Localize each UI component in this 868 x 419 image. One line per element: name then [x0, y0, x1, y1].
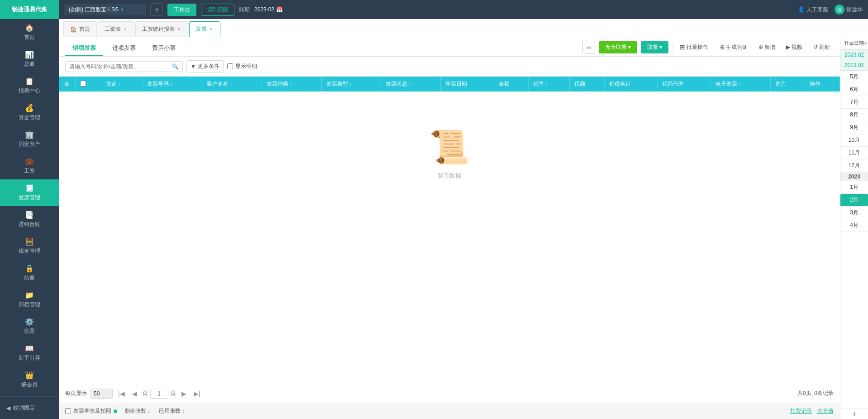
- workbench-button[interactable]: 工作台: [167, 4, 196, 16]
- tab-home[interactable]: 🏠 首页: [63, 21, 97, 37]
- col-tax-code[interactable]: 税局代开: [658, 77, 711, 92]
- invoice-tab-close[interactable]: ×: [209, 27, 214, 32]
- video-btn[interactable]: ▶ 视频: [782, 41, 806, 53]
- fee-record-link[interactable]: 扣费记录: [790, 407, 812, 415]
- recharge-link[interactable]: 去充值: [817, 407, 834, 415]
- sidebar-item-vip[interactable]: 👑 畅会员: [0, 366, 59, 393]
- page-input[interactable]: [150, 389, 168, 399]
- sidebar-item-settings[interactable]: ⚙️ 设置: [0, 313, 59, 340]
- subtab-purchase[interactable]: 进项发票: [105, 41, 143, 56]
- show-detail-checkbox-wrap[interactable]: 显示明细: [227, 63, 257, 70]
- period-calendar-icon: 📅: [276, 6, 283, 13]
- salary-stats-tab-close[interactable]: ×: [177, 27, 181, 32]
- per-page-select[interactable]: 50 100 200: [91, 389, 113, 399]
- select-all-checkbox[interactable]: [80, 81, 86, 87]
- period-label: 账期: [239, 6, 250, 14]
- sidebar-item-home[interactable]: 🏠 首页: [0, 19, 59, 46]
- content-area: 销项发票 进项发票 费用小票 ⊟ 无金取票 ▾ 取票 ▾ ⊞: [59, 37, 868, 419]
- col-tax-rate[interactable]: 税率: [529, 77, 570, 92]
- sidebar-item-tax[interactable]: 🧮 税务管理: [0, 233, 59, 260]
- remaining-item: 剩余张数：: [124, 407, 152, 415]
- grid-view-btn[interactable]: ⊞: [150, 3, 163, 16]
- col-e-invoice[interactable]: 电子发票: [711, 77, 770, 92]
- customer-service-btn[interactable]: 👤 人工客服: [798, 6, 828, 14]
- sidebar-item-salary[interactable]: 💼 工资: [0, 153, 59, 179]
- refresh-btn[interactable]: ↺ 刷新: [810, 41, 834, 53]
- more-filters-btn[interactable]: ▼ 更多条件: [186, 60, 224, 72]
- batch-op-btn[interactable]: ⊞ 批量操作: [676, 41, 712, 53]
- invoice-check-checkbox[interactable]: [65, 408, 71, 414]
- col-inv-number[interactable]: 发票号码: [143, 77, 202, 92]
- scroll-down-btn[interactable]: ⬇: [840, 409, 868, 419]
- subtab-grid-icon[interactable]: ⊟: [582, 41, 595, 53]
- subtab-expense[interactable]: 费用小票: [145, 41, 183, 56]
- sidebar-item-ledger[interactable]: 📊 总账: [0, 46, 59, 72]
- sidebar-item-invoice-mgmt[interactable]: 🧾 发票管理: [0, 179, 59, 206]
- month-10[interactable]: 10月: [840, 134, 868, 147]
- empty-text: 暂无数据: [438, 172, 461, 180]
- sidebar-item-guide[interactable]: 📖 新手引导: [0, 340, 59, 366]
- sidebar-item-reports[interactable]: 📋 报表中心: [0, 72, 59, 99]
- search-icon: 🔍: [172, 63, 179, 70]
- empty-illustration: 📜: [429, 128, 470, 166]
- sort-invtype-icon: [290, 81, 292, 87]
- new-invoice-btn[interactable]: ⊕ 新增: [755, 41, 779, 53]
- col-actions[interactable]: 操作: [805, 77, 840, 92]
- collapse-label: 收消固定: [13, 404, 35, 412]
- col-tax-total[interactable]: 价税合计: [604, 77, 658, 92]
- month-11[interactable]: 11月: [840, 147, 868, 159]
- col-tax[interactable]: 税额: [570, 77, 605, 92]
- col-checkbox[interactable]: [75, 77, 101, 92]
- month-12[interactable]: 12月: [840, 159, 868, 172]
- next-page-btn[interactable]: ▶: [180, 390, 188, 397]
- subtab-right-actions: ⊟ 无金取票 ▾ 取票 ▾ ⊞ 批量操作 🖨: [582, 41, 834, 56]
- col-open-date[interactable]: 开票日期: [441, 77, 494, 92]
- search-input[interactable]: [69, 63, 170, 70]
- salary-tab-close[interactable]: ×: [123, 27, 128, 32]
- first-page-btn[interactable]: |◀: [116, 390, 127, 397]
- sidebar-item-closing[interactable]: 🔒 结账: [0, 260, 59, 286]
- month-7[interactable]: 7月: [840, 96, 868, 109]
- month-6[interactable]: 6月: [840, 83, 868, 96]
- get-ticket-btn[interactable]: 取票 ▾: [641, 41, 668, 53]
- user-avatar-btn[interactable]: 徐 徐溢华: [835, 5, 863, 14]
- col-note[interactable]: 备注: [770, 77, 805, 92]
- tax-icon: 🧮: [25, 237, 34, 246]
- sidebar-item-assets[interactable]: 🏢 固定资产: [0, 126, 59, 153]
- col-settings[interactable]: ⚙: [59, 77, 75, 92]
- tab-salary-stats[interactable]: 工资统计报表 ×: [135, 21, 188, 37]
- month-4[interactable]: 4月: [840, 219, 868, 232]
- selected-date-top2[interactable]: 2023.02: [840, 60, 868, 71]
- sidebar-item-archive[interactable]: 📁 归档管理: [0, 286, 59, 313]
- gen-voucher-btn[interactable]: 🖨 生成凭证: [715, 41, 751, 53]
- no-tax-ticket-btn[interactable]: 无金取票 ▾: [599, 41, 637, 53]
- date-panel-close-btn[interactable]: ×: [864, 40, 867, 47]
- col-inv-type[interactable]: 发票种类: [262, 77, 321, 92]
- show-detail-checkbox[interactable]: [227, 63, 233, 69]
- month-8[interactable]: 8月: [840, 109, 868, 121]
- col-inv-status[interactable]: 发票状态: [381, 77, 441, 92]
- month-9[interactable]: 9月: [840, 121, 868, 134]
- month-5[interactable]: 5月: [840, 71, 868, 83]
- col-inv-category[interactable]: 发票类型: [321, 77, 381, 92]
- archive-icon: 📁: [25, 291, 34, 299]
- sidebar-item-funds[interactable]: 💰 资金管理: [0, 99, 59, 126]
- company-selector[interactable]: (勿删) 江西股宝-LSS ▾: [64, 4, 146, 15]
- sidebar-item-sales-ledger[interactable]: 📑 进销台账: [0, 206, 59, 233]
- col-customer[interactable]: 客户名称: [202, 77, 262, 92]
- col-voucher[interactable]: 凭证: [101, 77, 143, 92]
- month-3[interactable]: 3月: [840, 207, 868, 219]
- selected-date-top1[interactable]: 2023.02: [840, 50, 868, 60]
- month-2-active[interactable]: 2月: [840, 194, 868, 207]
- sidebar-item-label: 总账: [24, 60, 35, 68]
- switch-version-button[interactable]: 切到旧版: [201, 4, 234, 16]
- sidebar-collapse-btn[interactable]: ◀ 收消固定: [0, 400, 59, 415]
- col-amount[interactable]: 金额: [494, 77, 529, 92]
- last-page-btn[interactable]: ▶|: [192, 390, 202, 397]
- prev-page-btn[interactable]: ◀: [130, 390, 139, 397]
- tab-invoice[interactable]: 发票 ×: [189, 21, 220, 37]
- period-value-wrap[interactable]: 2023-02 📅: [254, 6, 283, 13]
- subtab-sales[interactable]: 销项发票: [65, 41, 103, 56]
- month-1[interactable]: 1月: [840, 181, 868, 194]
- tab-salary[interactable]: 工资表 ×: [98, 21, 134, 37]
